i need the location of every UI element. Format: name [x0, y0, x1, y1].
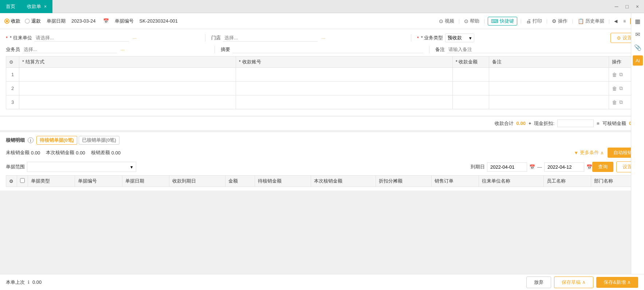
- row-2-remark[interactable]: [489, 82, 609, 95]
- range-select[interactable]: ▾: [27, 162, 136, 172]
- bt-th-amount: 金额: [225, 176, 255, 187]
- sidebar-table-icon[interactable]: ▦: [633, 16, 643, 26]
- row-1-settle[interactable]: [19, 68, 236, 82]
- tab-home[interactable]: 首页: [0, 0, 21, 13]
- biz-type-value: 预收款: [448, 35, 469, 41]
- select-all-checkbox[interactable]: [20, 178, 25, 183]
- store-more-icon[interactable]: ···: [320, 35, 327, 41]
- row-3-copy-icon[interactable]: ⧉: [619, 99, 623, 105]
- row-1-delete-icon[interactable]: 🗑: [612, 72, 617, 78]
- current-cancel-item: 本次核销金额 0.00: [46, 149, 85, 156]
- plus-sign: +: [529, 121, 531, 126]
- refund-radio[interactable]: 退款: [25, 18, 41, 24]
- save-draft-button[interactable]: 保存草稿 ∧: [554, 277, 593, 288]
- maximize-button[interactable]: □: [623, 3, 631, 10]
- help-btn[interactable]: ⊙ 帮助: [463, 17, 481, 25]
- range-label: 单据范围: [6, 164, 25, 170]
- row-3-remark[interactable]: [489, 95, 609, 109]
- tab-close-icon[interactable]: ×: [44, 4, 47, 9]
- bt-settings-icon[interactable]: ⚙: [9, 179, 13, 184]
- due-date-to-input[interactable]: [544, 162, 584, 172]
- date-range-separator: —: [537, 164, 542, 170]
- biz-type-select[interactable]: 预收款 ▾: [445, 34, 474, 42]
- row-3-account[interactable]: [236, 95, 452, 109]
- main-form: * * 往来单位 ··· 门店 ··· * * 业务类型 预收款 ▾ ⚙ 设置 …: [0, 29, 644, 116]
- staff-input[interactable]: [22, 46, 117, 53]
- remark-input[interactable]: [447, 46, 638, 53]
- row-2-delete-icon[interactable]: 🗑: [612, 86, 617, 91]
- th-account: * 收款账号: [236, 56, 452, 68]
- window-controls: ─ □ ×: [612, 3, 644, 10]
- row-1-account[interactable]: [236, 68, 452, 82]
- bill-date-icon[interactable]: 📅: [103, 18, 109, 24]
- save-new-button[interactable]: 保存&新增 ∧: [596, 277, 638, 288]
- abandon-button[interactable]: 放弃: [526, 277, 551, 288]
- row-1-remark[interactable]: [489, 68, 609, 82]
- video-btn[interactable]: ⊙ 视频: [437, 17, 456, 25]
- partner-more-icon[interactable]: ···: [131, 35, 138, 41]
- summary-input[interactable]: [232, 46, 424, 53]
- info-icon2[interactable]: ℹ: [28, 279, 30, 285]
- pending-tab[interactable]: 待核销单据(0笔): [36, 136, 77, 145]
- reconcile-section: 核销明细 i 待核销单据(0笔) 已核销单据(0笔) 未核销金额 0.00 本次…: [0, 132, 644, 191]
- table-settings-icon[interactable]: ⚙: [9, 59, 13, 65]
- table-row: 2 🗑 ⧉: [6, 82, 638, 95]
- close-button[interactable]: ×: [634, 3, 641, 10]
- available-label: 可核销金额: [602, 120, 626, 127]
- bt-th-sales-order: 销售订单: [432, 176, 479, 187]
- layout-btn[interactable]: ≡: [622, 18, 627, 24]
- due-date-label: 到期日: [471, 164, 485, 170]
- receipt-radio-label: 收款: [11, 18, 20, 24]
- row-2-amount[interactable]: [452, 82, 489, 95]
- staff-field: 业务员 ···: [6, 46, 209, 53]
- reconcile-tabs: 待核销单据(0笔) 已核销单据(0笔): [36, 136, 119, 145]
- row-3-amount[interactable]: [452, 95, 489, 109]
- section-info-icon[interactable]: i: [28, 137, 34, 143]
- query-button[interactable]: 查询: [592, 162, 613, 172]
- row-2-copy-icon[interactable]: ⧉: [619, 85, 623, 91]
- bottom-right: 放弃 保存草稿 ∧ 保存&新增 ∧: [526, 277, 638, 288]
- sidebar-clip-icon[interactable]: 📎: [633, 42, 643, 52]
- sidebar-ai-icon[interactable]: Ai: [633, 55, 643, 66]
- section-title-text: 核销明细: [6, 137, 25, 144]
- bt-th-partner: 往来单位名称: [479, 176, 543, 187]
- row-2-settle[interactable]: [19, 82, 236, 95]
- due-date-from-input[interactable]: [487, 162, 527, 172]
- setting-icon: ⚙: [617, 35, 621, 41]
- receipt-refund-toggle: 收款 退款: [4, 18, 41, 24]
- tab-bar: 首页 收款单 × ─ □ ×: [0, 0, 644, 13]
- bottom-data-table: ⚙ 单据类型 单据编号 单据日期 收款到期日 金额 待核销金额 本次核销金额 折…: [6, 175, 638, 187]
- bt-th-current: 本次核销金额: [311, 176, 376, 187]
- shortcut-btn[interactable]: ⌨ 快捷键: [488, 17, 517, 26]
- store-field: 门店 ···: [211, 34, 405, 42]
- sidebar-mail-icon[interactable]: ✉: [633, 29, 643, 39]
- row-3-settle[interactable]: [19, 95, 236, 109]
- partner-input[interactable]: [34, 34, 129, 42]
- receipt-radio[interactable]: 收款: [4, 18, 20, 24]
- row-3-delete-icon[interactable]: 🗑: [612, 99, 617, 105]
- prev-btn[interactable]: ◀: [613, 18, 619, 24]
- diff-value: 0.00: [111, 150, 121, 156]
- print-btn[interactable]: 🖨 打印: [525, 17, 543, 25]
- staff-more-icon[interactable]: ···: [119, 47, 126, 52]
- section-title-row: 核销明细 i 待核销单据(0笔) 已核销单据(0笔): [6, 136, 638, 145]
- operation-btn[interactable]: ⚙ 操作: [550, 17, 569, 25]
- receipt-data-table: ⚙ * 结算方式 * 收款账号 * 收款金额 备注 操作: [6, 56, 638, 109]
- done-tab[interactable]: 已核销单据(0笔): [79, 136, 119, 145]
- row-num-2: 2: [6, 82, 19, 95]
- more-conditions-btn[interactable]: ▼ 更多条件 ∧: [574, 149, 604, 156]
- tab-receipt-label: 收款单: [27, 3, 41, 10]
- date-from-calendar-icon[interactable]: 📅: [529, 164, 535, 170]
- discount-input[interactable]: [557, 119, 594, 127]
- row-1-copy-icon[interactable]: ⧉: [619, 71, 623, 78]
- row-num-3: 3: [6, 95, 19, 109]
- row-2-account[interactable]: [236, 82, 452, 95]
- receipt-radio-circle: [4, 19, 9, 24]
- history-btn[interactable]: 📋 历史单据: [576, 17, 606, 25]
- tab-receipt[interactable]: 收款单 ×: [21, 0, 52, 13]
- date-to-calendar-icon[interactable]: 📅: [586, 164, 592, 170]
- minimize-button[interactable]: ─: [612, 3, 620, 10]
- store-input[interactable]: [223, 34, 318, 42]
- row-1-amount[interactable]: [452, 68, 489, 82]
- chevron-up-icon: ∧: [600, 150, 604, 156]
